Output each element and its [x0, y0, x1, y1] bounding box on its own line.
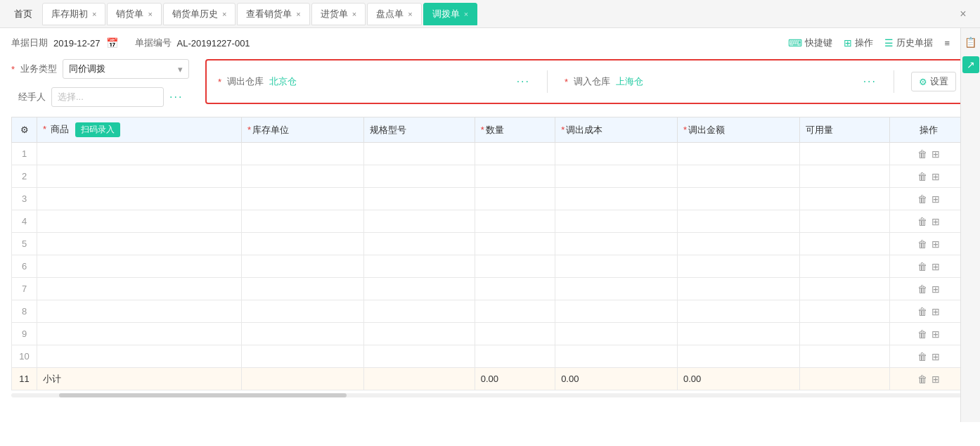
- cell-qty[interactable]: [475, 278, 555, 300]
- warehouse-out-more-button[interactable]: ···: [517, 75, 530, 88]
- shortcuts-button[interactable]: ⌨ 快捷键: [788, 37, 832, 49]
- tab-close-inventory-init[interactable]: ×: [92, 10, 96, 18]
- th-spec: 规格型号: [363, 117, 475, 143]
- history-button[interactable]: ☰ 历史单据: [884, 37, 933, 49]
- settings-icon: ⚙: [919, 77, 927, 87]
- delete-icon[interactable]: 🗑: [917, 374, 927, 385]
- delete-icon[interactable]: 🗑: [917, 329, 927, 340]
- th-qty: 数量: [475, 117, 555, 143]
- warehouse-out-group: * 调出仓库 北京仓 ···: [218, 75, 530, 88]
- cell-qty[interactable]: [475, 143, 555, 165]
- cell-qty[interactable]: [475, 345, 555, 368]
- tab-close-stocktake[interactable]: ×: [408, 10, 412, 18]
- copy-icon[interactable]: ⊞: [931, 351, 940, 362]
- cell-product[interactable]: [37, 323, 242, 345]
- delete-icon[interactable]: 🗑: [917, 261, 927, 272]
- tab-inventory-init[interactable]: 库存期初 ×: [42, 3, 105, 25]
- sidebar-expand-icon[interactable]: ↗: [962, 56, 979, 73]
- copy-icon[interactable]: ⊞: [931, 283, 940, 295]
- action-cell: 🗑 ⊞: [889, 143, 968, 165]
- cell-qty[interactable]: [475, 323, 555, 345]
- cell-spec: [363, 165, 475, 188]
- cell-qty[interactable]: [475, 165, 555, 188]
- horizontal-scrollbar[interactable]: [11, 393, 969, 397]
- sidebar-notes-icon[interactable]: 📋: [962, 34, 979, 51]
- copy-icon[interactable]: ⊞: [931, 193, 940, 205]
- number-value: AL-20191227-001: [177, 38, 250, 49]
- subtotal-amount: 0.00: [678, 368, 800, 390]
- row-num: 4: [12, 210, 37, 233]
- copy-icon[interactable]: ⊞: [931, 306, 940, 317]
- copy-icon[interactable]: ⊞: [931, 238, 940, 250]
- cell-amount: [678, 165, 800, 188]
- form-left: * 业务类型 同价调拨 ▾ 经手人 选择... ···: [11, 59, 194, 107]
- cell-product[interactable]: [37, 255, 242, 278]
- delete-icon[interactable]: 🗑: [917, 283, 927, 295]
- cell-product[interactable]: [37, 165, 242, 188]
- tab-view-sales[interactable]: 查看销货单 ×: [237, 3, 309, 25]
- calendar-icon[interactable]: 📅: [106, 37, 118, 49]
- delete-icon[interactable]: 🗑: [917, 216, 927, 227]
- warehouse-in-more-button[interactable]: ···: [863, 75, 877, 88]
- agent-input[interactable]: 选择...: [51, 87, 164, 107]
- copy-icon[interactable]: ⊞: [931, 261, 940, 272]
- warehouse-out-value[interactable]: 北京仓: [269, 75, 311, 88]
- cell-available: [799, 323, 889, 345]
- agent-more-button[interactable]: ···: [169, 91, 183, 103]
- window-close-button[interactable]: ×: [952, 3, 974, 25]
- table-row: 7 🗑 ⊞: [12, 278, 969, 300]
- warehouse-in-value[interactable]: 上海仓: [616, 75, 658, 88]
- table-header-row: ⚙ 商品 扫码录入 库存单位 规格型号 数量 调出成本 调出金额 可用量 操作: [12, 117, 969, 143]
- cell-product[interactable]: [37, 143, 242, 165]
- gear-icon[interactable]: ⚙: [20, 125, 29, 135]
- delete-icon[interactable]: 🗑: [917, 351, 927, 362]
- copy-icon[interactable]: ⊞: [931, 374, 940, 385]
- table-container: ⚙ 商品 扫码录入 库存单位 规格型号 数量 调出成本 调出金额 可用量 操作: [11, 117, 969, 390]
- tab-close-sales-order[interactable]: ×: [148, 10, 152, 18]
- tab-close-sales-history[interactable]: ×: [222, 10, 226, 18]
- tab-close-transfer[interactable]: ×: [464, 10, 468, 18]
- copy-icon[interactable]: ⊞: [931, 216, 940, 227]
- layout-list-button[interactable]: ≡: [944, 38, 950, 49]
- cell-spec: [363, 210, 475, 233]
- keyboard-icon: ⌨: [788, 37, 802, 49]
- cell-spec: [363, 323, 475, 345]
- copy-icon[interactable]: ⊞: [931, 329, 940, 340]
- cell-qty[interactable]: [475, 233, 555, 255]
- cell-product[interactable]: [37, 300, 242, 323]
- tab-stocktake[interactable]: 盘点单 ×: [367, 3, 421, 25]
- cell-available: [799, 210, 889, 233]
- cell-qty[interactable]: [475, 210, 555, 233]
- cell-qty[interactable]: [475, 255, 555, 278]
- tab-purchase-order[interactable]: 进货单 ×: [311, 3, 366, 25]
- settings-button[interactable]: ⚙ 设置: [911, 72, 956, 91]
- cell-qty[interactable]: [475, 188, 555, 210]
- delete-icon[interactable]: 🗑: [917, 148, 927, 160]
- scan-button[interactable]: 扫码录入: [75, 122, 120, 137]
- cell-product[interactable]: [37, 188, 242, 210]
- cell-qty[interactable]: [475, 300, 555, 323]
- delete-icon[interactable]: 🗑: [917, 238, 927, 250]
- grid-icon: ⊞: [844, 37, 852, 49]
- warehouse-in-group: * 调入仓库 上海仓 ···: [565, 75, 877, 88]
- cell-product[interactable]: [37, 233, 242, 255]
- delete-icon[interactable]: 🗑: [917, 171, 927, 182]
- tab-transfer[interactable]: 调拨单 ×: [423, 3, 477, 25]
- tab-close-view-sales[interactable]: ×: [296, 10, 300, 18]
- cell-product[interactable]: [37, 210, 242, 233]
- business-type-input[interactable]: 同价调拨 ▾: [63, 59, 189, 79]
- tab-close-purchase-order[interactable]: ×: [352, 10, 356, 18]
- copy-icon[interactable]: ⊞: [931, 148, 940, 160]
- tab-sales-order[interactable]: 销货单 ×: [107, 3, 161, 25]
- tab-home[interactable]: 首页: [6, 3, 41, 25]
- delete-icon[interactable]: 🗑: [917, 193, 927, 205]
- cell-product[interactable]: [37, 345, 242, 368]
- copy-icon[interactable]: ⊞: [931, 171, 940, 182]
- items-table: ⚙ 商品 扫码录入 库存单位 规格型号 数量 调出成本 调出金额 可用量 操作: [11, 117, 969, 390]
- cell-product[interactable]: [37, 278, 242, 300]
- tab-sales-history[interactable]: 销货单历史 ×: [163, 3, 236, 25]
- delete-icon[interactable]: 🗑: [917, 306, 927, 317]
- table-row: 5 🗑 ⊞: [12, 233, 969, 255]
- operations-button[interactable]: ⊞ 操作: [844, 37, 873, 49]
- row-num: 6: [12, 255, 37, 278]
